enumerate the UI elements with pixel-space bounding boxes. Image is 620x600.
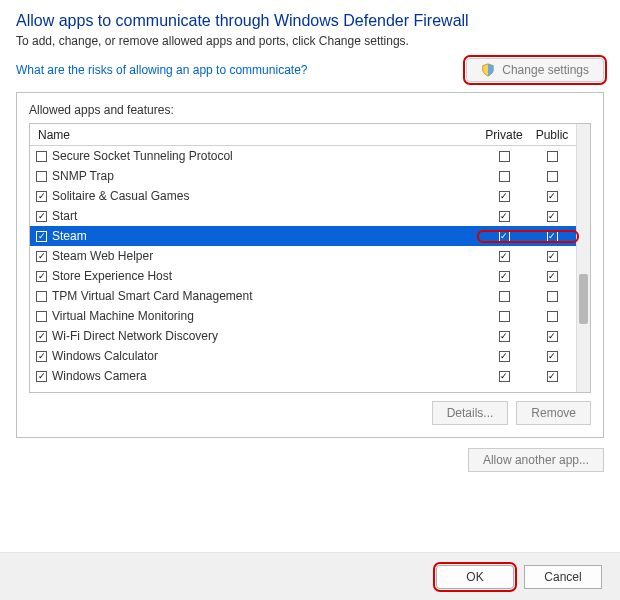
dialog-button-bar: OK Cancel — [0, 552, 620, 600]
change-settings-label: Change settings — [502, 63, 589, 77]
app-name-label: Virtual Machine Monitoring — [52, 309, 194, 323]
public-checkbox[interactable] — [547, 211, 558, 222]
table-row[interactable]: Secure Socket Tunneling Protocol — [30, 146, 576, 166]
grid-header: Name Private Public — [30, 124, 576, 146]
app-name-label: Windows Calculator — [52, 349, 158, 363]
col-header-public[interactable]: Public — [528, 128, 576, 142]
col-header-name[interactable]: Name — [30, 128, 480, 142]
allow-another-app-button[interactable]: Allow another app... — [468, 448, 604, 472]
table-row[interactable]: Store Experience Host — [30, 266, 576, 286]
public-checkbox[interactable] — [547, 271, 558, 282]
public-checkbox[interactable] — [547, 251, 558, 262]
private-checkbox[interactable] — [499, 351, 510, 362]
risks-link[interactable]: What are the risks of allowing an app to… — [16, 63, 307, 77]
shield-icon — [481, 63, 495, 77]
enable-checkbox[interactable] — [36, 231, 47, 242]
app-name-label: Steam Web Helper — [52, 249, 153, 263]
private-checkbox[interactable] — [499, 291, 510, 302]
enable-checkbox[interactable] — [36, 191, 47, 202]
public-checkbox[interactable] — [547, 171, 558, 182]
page-subtitle: To add, change, or remove allowed apps a… — [16, 34, 604, 48]
enable-checkbox[interactable] — [36, 291, 47, 302]
table-row[interactable]: TPM Virtual Smart Card Management — [30, 286, 576, 306]
enable-checkbox[interactable] — [36, 371, 47, 382]
details-button[interactable]: Details... — [432, 401, 509, 425]
private-checkbox[interactable] — [499, 251, 510, 262]
private-checkbox[interactable] — [499, 371, 510, 382]
enable-checkbox[interactable] — [36, 151, 47, 162]
app-name-label: Secure Socket Tunneling Protocol — [52, 149, 233, 163]
private-checkbox[interactable] — [499, 271, 510, 282]
private-checkbox[interactable] — [499, 331, 510, 342]
table-row[interactable]: Solitaire & Casual Games — [30, 186, 576, 206]
app-name-label: Steam — [52, 229, 87, 243]
app-name-label: Store Experience Host — [52, 269, 172, 283]
enable-checkbox[interactable] — [36, 211, 47, 222]
public-checkbox[interactable] — [547, 311, 558, 322]
table-row[interactable]: Steam — [30, 226, 576, 246]
public-checkbox[interactable] — [547, 191, 558, 202]
enable-checkbox[interactable] — [36, 311, 47, 322]
public-checkbox[interactable] — [547, 291, 558, 302]
private-checkbox[interactable] — [499, 151, 510, 162]
app-name-label: Wi-Fi Direct Network Discovery — [52, 329, 218, 343]
private-checkbox[interactable] — [499, 311, 510, 322]
allowed-apps-panel: Allowed apps and features: Name Private … — [16, 92, 604, 438]
private-checkbox[interactable] — [499, 231, 510, 242]
ok-button[interactable]: OK — [436, 565, 514, 589]
enable-checkbox[interactable] — [36, 171, 47, 182]
table-row[interactable]: Start — [30, 206, 576, 226]
enable-checkbox[interactable] — [36, 351, 47, 362]
app-name-label: Solitaire & Casual Games — [52, 189, 189, 203]
table-row[interactable]: SNMP Trap — [30, 166, 576, 186]
app-name-label: SNMP Trap — [52, 169, 114, 183]
scrollbar-thumb[interactable] — [579, 274, 588, 324]
app-name-label: Windows Camera — [52, 369, 147, 383]
scrollbar-vertical[interactable] — [576, 124, 590, 392]
apps-grid: Name Private Public Secure Socket Tunnel… — [29, 123, 591, 393]
table-row[interactable]: Windows Camera — [30, 366, 576, 386]
enable-checkbox[interactable] — [36, 271, 47, 282]
public-checkbox[interactable] — [547, 151, 558, 162]
public-checkbox[interactable] — [547, 351, 558, 362]
public-checkbox[interactable] — [547, 331, 558, 342]
private-checkbox[interactable] — [499, 191, 510, 202]
change-settings-button[interactable]: Change settings — [466, 58, 604, 82]
app-name-label: Start — [52, 209, 77, 223]
panel-label: Allowed apps and features: — [29, 103, 591, 117]
table-row[interactable]: Steam Web Helper — [30, 246, 576, 266]
enable-checkbox[interactable] — [36, 251, 47, 262]
table-row[interactable]: Virtual Machine Monitoring — [30, 306, 576, 326]
table-row[interactable]: Windows Calculator — [30, 346, 576, 366]
col-header-private[interactable]: Private — [480, 128, 528, 142]
page-title: Allow apps to communicate through Window… — [16, 12, 604, 30]
public-checkbox[interactable] — [547, 371, 558, 382]
enable-checkbox[interactable] — [36, 331, 47, 342]
table-row[interactable]: Wi-Fi Direct Network Discovery — [30, 326, 576, 346]
remove-button[interactable]: Remove — [516, 401, 591, 425]
private-checkbox[interactable] — [499, 171, 510, 182]
app-name-label: TPM Virtual Smart Card Management — [52, 289, 253, 303]
public-checkbox[interactable] — [547, 231, 558, 242]
private-checkbox[interactable] — [499, 211, 510, 222]
cancel-button[interactable]: Cancel — [524, 565, 602, 589]
